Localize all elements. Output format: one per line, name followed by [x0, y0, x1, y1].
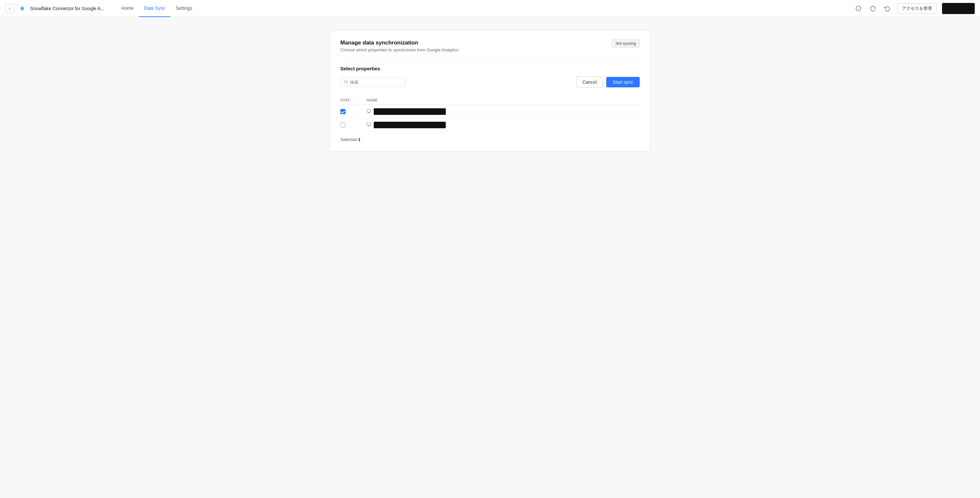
back-icon: ‹	[9, 6, 11, 11]
nav-item-home[interactable]: Home	[116, 0, 138, 17]
select-properties-section: Select properties Cancel Start sync	[340, 66, 640, 142]
sync-card: Manage data synchronization Choose which…	[329, 30, 651, 152]
info-icon[interactable]	[854, 4, 863, 13]
selected-count-value: 1	[358, 137, 360, 142]
card-subtitle: Choose which properties to synchronize f…	[340, 48, 458, 52]
search-row: Cancel Start sync	[340, 76, 640, 88]
properties-table: STAT... NAME	[340, 95, 640, 132]
app-logo	[18, 5, 26, 13]
cancel-button[interactable]: Cancel	[576, 76, 603, 88]
name-cell-2	[366, 122, 640, 128]
search-input[interactable]	[350, 80, 402, 85]
name-cell-1	[366, 108, 640, 115]
table-row	[340, 119, 640, 132]
history-icon[interactable]	[883, 4, 892, 13]
checkbox-cell-2	[340, 122, 366, 128]
section-title: Select properties	[340, 66, 640, 71]
access-manage-button[interactable]: アクセスを管理	[897, 3, 937, 14]
search-icon	[344, 79, 348, 85]
topbar: ‹ Snowflake Connector for Google A... Ho…	[0, 0, 980, 17]
search-input-wrap[interactable]	[340, 77, 406, 87]
checkbox-2[interactable]	[340, 122, 345, 128]
start-sync-button[interactable]: Start sync	[606, 77, 640, 87]
card-header: Manage data synchronization Choose which…	[340, 40, 640, 59]
svg-rect-8	[367, 123, 371, 125]
app-title: Snowflake Connector for Google A...	[30, 6, 104, 11]
col-header-status: STAT...	[340, 98, 366, 102]
action-buttons: Cancel Start sync	[576, 76, 640, 88]
shield-icon[interactable]	[868, 4, 878, 13]
row-icon-1	[366, 109, 371, 114]
svg-line-4	[347, 82, 347, 83]
topbar-right: アクセスを管理	[854, 3, 975, 14]
row-name-redacted-1	[374, 108, 446, 115]
table-row	[340, 105, 640, 119]
nav-item-data-sync[interactable]: Data Sync	[139, 0, 171, 17]
svg-rect-5	[367, 109, 371, 112]
card-title: Manage data synchronization	[340, 40, 458, 46]
status-badge: Not syncing	[612, 40, 640, 48]
nav-item-settings[interactable]: Settings	[170, 0, 197, 17]
user-button[interactable]	[942, 3, 975, 14]
checkbox-cell-1	[340, 109, 366, 114]
card-header-text: Manage data synchronization Choose which…	[340, 40, 458, 52]
main-content: Manage data synchronization Choose which…	[310, 17, 670, 165]
checkbox-1[interactable]	[340, 109, 345, 114]
selected-count: Selected 1	[340, 137, 640, 142]
row-name-redacted-2	[374, 122, 446, 128]
col-header-name: NAME	[366, 98, 640, 102]
table-header: STAT... NAME	[340, 95, 640, 105]
svg-point-3	[345, 80, 347, 83]
row-icon-2	[366, 122, 371, 128]
back-button[interactable]: ‹	[5, 4, 14, 13]
main-nav: Home Data Sync Settings	[116, 0, 850, 17]
